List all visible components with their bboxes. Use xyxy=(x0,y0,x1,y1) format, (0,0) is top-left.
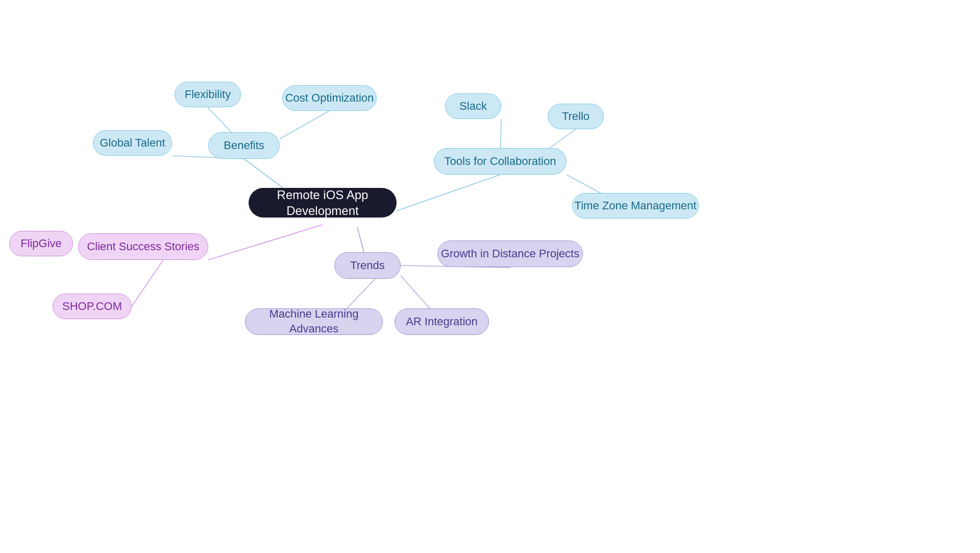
trello-node[interactable]: Trello xyxy=(548,104,604,129)
growth-label: Growth in Distance Projects xyxy=(441,247,579,261)
cost-optimization-label: Cost Optimization xyxy=(285,91,374,106)
center-node[interactable]: Remote iOS App Development xyxy=(249,188,397,218)
slack-node[interactable]: Slack xyxy=(445,93,501,119)
shopcom-label: SHOP.COM xyxy=(62,299,122,314)
tools-node[interactable]: Tools for Collaboration xyxy=(434,148,567,175)
flexibility-label: Flexibility xyxy=(185,87,231,102)
timezone-node[interactable]: Time Zone Management xyxy=(572,193,699,219)
svg-line-14 xyxy=(132,260,163,306)
slack-label: Slack xyxy=(459,99,487,114)
client-success-label: Client Success Stories xyxy=(87,239,199,254)
ml-label: Machine Learning Advances xyxy=(246,307,382,336)
svg-line-4 xyxy=(397,175,500,211)
center-node-label: Remote iOS App Development xyxy=(267,187,378,219)
shopcom-node[interactable]: SHOP.COM xyxy=(53,294,132,319)
trends-label: Trends xyxy=(350,258,385,273)
flipgive-label: FlipGive xyxy=(20,236,62,251)
flexibility-node[interactable]: Flexibility xyxy=(175,82,241,107)
benefits-label: Benefits xyxy=(224,138,264,153)
cost-optimization-node[interactable]: Cost Optimization xyxy=(282,85,377,111)
timezone-label: Time Zone Management xyxy=(575,199,697,213)
svg-line-2 xyxy=(280,111,329,139)
svg-line-12 xyxy=(208,225,323,260)
flipgive-node[interactable]: FlipGive xyxy=(9,231,73,256)
benefits-node[interactable]: Benefits xyxy=(208,132,280,159)
ml-node[interactable]: Machine Learning Advances xyxy=(245,308,383,335)
growth-node[interactable]: Growth in Distance Projects xyxy=(437,241,583,267)
tools-label: Tools for Collaboration xyxy=(445,154,556,169)
ar-label: AR Integration xyxy=(406,315,478,329)
ar-node[interactable]: AR Integration xyxy=(395,308,489,335)
global-talent-label: Global Talent xyxy=(100,136,165,151)
trello-label: Trello xyxy=(562,109,590,124)
global-talent-node[interactable]: Global Talent xyxy=(93,130,172,156)
client-success-node[interactable]: Client Success Stories xyxy=(78,233,208,260)
trends-node[interactable]: Trends xyxy=(334,252,401,279)
